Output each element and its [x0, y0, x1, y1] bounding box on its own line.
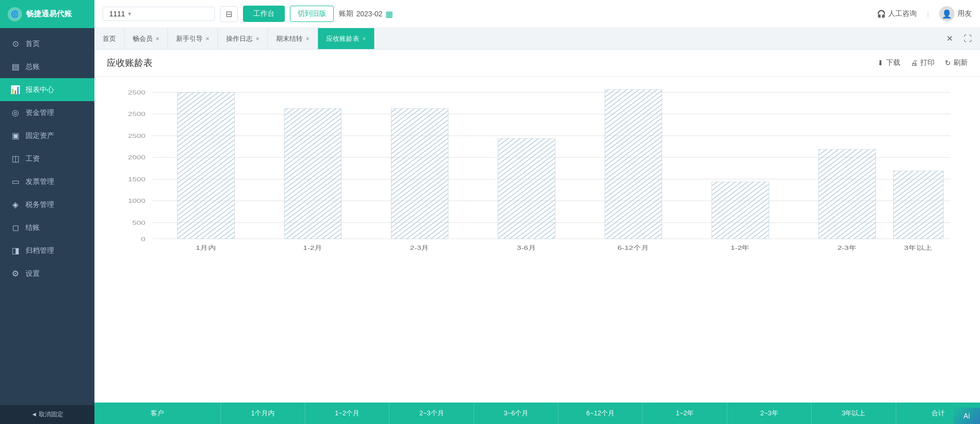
- page-header: 应收账龄表 ⬇ 下载🖨 打印↻ 刷新: [94, 50, 980, 77]
- switch-button[interactable]: 切到旧版: [290, 6, 334, 22]
- period-label: 账期: [339, 9, 353, 18]
- tab-close-member[interactable]: ×: [156, 35, 159, 42]
- nav-icon-settings: ⚙: [10, 269, 20, 278]
- top-header: 1111 ▾ ⊟ 工作台 切到旧版 账期 2023-02 ▦ 🎧 人工咨询 | …: [94, 0, 980, 28]
- refresh-icon: ↻: [945, 59, 951, 67]
- th-1~2年: 1~2年: [643, 403, 727, 424]
- tab-close-guide[interactable]: ×: [206, 35, 209, 42]
- print-label: 打印: [920, 58, 935, 67]
- svg-text:2000: 2000: [128, 154, 146, 161]
- sidebar-label-funds: 资金管理: [26, 108, 54, 117]
- tab-close-aging[interactable]: ×: [362, 35, 366, 42]
- nav-icon-assets: ▣: [10, 131, 20, 140]
- sidebar-item-home[interactable]: ⊙ 首页: [0, 32, 94, 55]
- svg-text:2500: 2500: [128, 111, 146, 117]
- tab-guide[interactable]: 新手引导×: [168, 28, 218, 49]
- th-2~3年: 2~3年: [727, 403, 812, 424]
- svg-rect-19: [284, 109, 341, 239]
- th-3年以上: 3年以上: [812, 403, 896, 424]
- nav-icon-tax: ◈: [10, 200, 20, 209]
- tab-oplog[interactable]: 操作日志×: [218, 28, 268, 49]
- nav-icon-funds: ◎: [10, 108, 20, 117]
- tab-label-member: 畅会员: [133, 34, 153, 43]
- close-tab-button[interactable]: ✕: [942, 32, 957, 46]
- period-area: 账期 2023-02 ▦: [339, 9, 393, 19]
- sidebar-label-reports: 报表中心: [26, 85, 54, 95]
- refresh-label: 刷新: [953, 58, 968, 67]
- workbench-button[interactable]: 工作台: [243, 6, 285, 22]
- ai-badge[interactable]: Ai: [953, 408, 980, 424]
- tab-member[interactable]: 畅会员×: [125, 28, 168, 49]
- sidebar-item-salary[interactable]: ◫ 工资: [0, 147, 94, 170]
- ai-label: Ai: [964, 412, 970, 420]
- logo-icon: 🌀: [8, 7, 22, 21]
- refresh-button[interactable]: ↻ 刷新: [945, 58, 968, 67]
- sidebar-item-tax[interactable]: ◈ 税务管理: [0, 193, 94, 216]
- tab-aging[interactable]: 应收账龄表×: [318, 28, 375, 49]
- sidebar-item-funds[interactable]: ◎ 资金管理: [0, 101, 94, 124]
- sidebar-item-reports[interactable]: 📊 报表中心: [0, 78, 94, 101]
- svg-rect-17: [178, 92, 235, 239]
- th-1个月内: 1个月内: [221, 403, 305, 424]
- copy-button[interactable]: ⊟: [220, 6, 238, 22]
- tabs-bar: 首页畅会员×新手引导×操作日志×期末结转×应收账龄表× ✕ ⛶: [94, 28, 980, 50]
- app-logo: 🌀 畅捷通易代账: [0, 0, 94, 28]
- sidebar-cancel-fixed[interactable]: ◄ 取消固定: [0, 405, 94, 424]
- tab-home[interactable]: 首页: [94, 28, 125, 49]
- sidebar-label-tax: 税务管理: [26, 200, 54, 209]
- svg-text:2500: 2500: [128, 133, 146, 139]
- print-button[interactable]: 🖨 打印: [911, 58, 935, 67]
- user-menu[interactable]: 👤 用友: [939, 6, 972, 21]
- sidebar-nav: ⊙ 首页▤ 总账📊 报表中心◎ 资金管理▣ 固定资产◫ 工资▭ 发票管理◈ 税务…: [0, 28, 94, 405]
- tab-close-oplog[interactable]: ×: [256, 35, 259, 42]
- nav-icon-archive: ◨: [10, 246, 20, 255]
- svg-text:2-3年: 2-3年: [838, 244, 857, 251]
- calendar-icon[interactable]: ▦: [385, 9, 393, 19]
- sidebar-item-archive[interactable]: ◨ 归档管理: [0, 239, 94, 262]
- download-button[interactable]: ⬇ 下载: [877, 58, 900, 67]
- service-button[interactable]: 🎧 人工咨询: [877, 9, 917, 18]
- bar-chart: 2500 2500 2500 2000 1500 1000 500 0: [110, 87, 965, 261]
- maximize-button[interactable]: ⛶: [961, 32, 975, 46]
- nav-icon-home: ⊙: [10, 39, 20, 49]
- th-3~6个月: 3~6个月: [474, 403, 558, 424]
- cancel-fixed-label: ◄ 取消固定: [31, 410, 63, 419]
- headphone-icon: 🎧: [877, 10, 886, 18]
- svg-text:0: 0: [141, 235, 145, 242]
- th-客户: 客户: [94, 403, 221, 424]
- tabs-right-actions: ✕ ⛶: [937, 32, 980, 46]
- sidebar: 🌀 畅捷通易代账 ⊙ 首页▤ 总账📊 报表中心◎ 资金管理▣ 固定资产◫ 工资▭…: [0, 0, 94, 424]
- sidebar-label-salary: 工资: [26, 154, 40, 163]
- company-name: 1111: [109, 10, 125, 18]
- page-actions: ⬇ 下载🖨 打印↻ 刷新: [877, 58, 968, 67]
- sidebar-item-ledger[interactable]: ▤ 总账: [0, 55, 94, 78]
- sidebar-item-checkout[interactable]: ◻ 结账: [0, 216, 94, 239]
- sidebar-item-invoice[interactable]: ▭ 发票管理: [0, 170, 94, 193]
- svg-text:1-2月: 1-2月: [303, 244, 323, 251]
- nav-icon-invoice: ▭: [10, 177, 20, 186]
- service-label: 人工咨询: [888, 9, 917, 18]
- svg-text:1500: 1500: [128, 176, 146, 183]
- th-2~3个月: 2~3个月: [389, 403, 474, 424]
- nav-icon-salary: ◫: [10, 154, 20, 163]
- svg-text:1月内: 1月内: [195, 244, 216, 251]
- svg-text:2500: 2500: [128, 89, 146, 96]
- th-1~2个月: 1~2个月: [305, 403, 389, 424]
- svg-rect-27: [712, 182, 769, 239]
- tab-close-yearend[interactable]: ×: [306, 35, 309, 42]
- company-selector[interactable]: 1111 ▾: [103, 7, 215, 21]
- logo-text: 畅捷通易代账: [26, 9, 72, 19]
- tab-yearend[interactable]: 期末结转×: [268, 28, 318, 49]
- divider: |: [927, 10, 929, 18]
- nav-icon-checkout: ◻: [10, 223, 20, 232]
- download-icon: ⬇: [877, 59, 884, 67]
- chart-area: 2500 2500 2500 2000 1500 1000 500 0: [94, 77, 980, 403]
- tab-label-oplog: 操作日志: [226, 34, 253, 43]
- sidebar-label-home: 首页: [26, 39, 40, 49]
- chart-container: 2500 2500 2500 2000 1500 1000 500 0: [110, 87, 965, 261]
- sidebar-label-ledger: 总账: [26, 62, 40, 72]
- sidebar-item-settings[interactable]: ⚙ 设置: [0, 262, 94, 285]
- sidebar-item-assets[interactable]: ▣ 固定资产: [0, 124, 94, 147]
- table-header: 客户1个月内1~2个月2~3个月3~6个月6~12个月1~2年2~3年3年以上合…: [94, 403, 980, 424]
- avatar: 👤: [939, 6, 954, 21]
